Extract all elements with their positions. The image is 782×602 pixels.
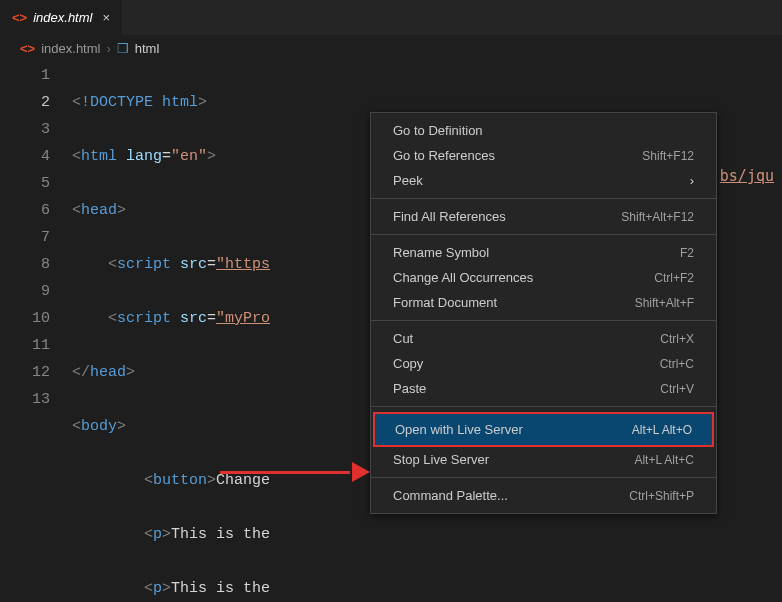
menu-stop-live-server[interactable]: Stop Live ServerAlt+L Alt+C: [371, 447, 716, 472]
menu-separator: [371, 198, 716, 199]
menu-go-to-references[interactable]: Go to ReferencesShift+F12: [371, 143, 716, 168]
menu-separator: [371, 234, 716, 235]
html-file-icon: <>: [20, 41, 35, 56]
menu-open-with-live-server[interactable]: Open with Live ServerAlt+L Alt+O: [373, 412, 714, 447]
tab-index-html[interactable]: <> index.html ×: [0, 0, 123, 35]
menu-peek[interactable]: Peek›: [371, 168, 716, 193]
menu-command-palette[interactable]: Command Palette...Ctrl+Shift+P: [371, 483, 716, 508]
menu-separator: [371, 406, 716, 407]
breadcrumb[interactable]: <> index.html › ❒ html: [0, 35, 782, 62]
chevron-right-icon: ›: [690, 173, 694, 188]
menu-separator: [371, 320, 716, 321]
annotation-arrow: [220, 462, 370, 482]
menu-copy[interactable]: CopyCtrl+C: [371, 351, 716, 376]
close-icon[interactable]: ×: [102, 10, 110, 25]
menu-separator: [371, 477, 716, 478]
html-file-icon: <>: [12, 10, 27, 25]
cube-icon: ❒: [117, 41, 129, 56]
menu-format-document[interactable]: Format DocumentShift+Alt+F: [371, 290, 716, 315]
tab-label: index.html: [33, 10, 92, 25]
url-fragment: bs/jqu: [720, 167, 774, 185]
breadcrumb-element: html: [135, 41, 160, 56]
chevron-right-icon: ›: [106, 41, 110, 56]
tab-bar: <> index.html ×: [0, 0, 782, 35]
menu-cut[interactable]: CutCtrl+X: [371, 326, 716, 351]
menu-change-all-occurrences[interactable]: Change All OccurrencesCtrl+F2: [371, 265, 716, 290]
menu-go-to-definition[interactable]: Go to Definition: [371, 118, 716, 143]
menu-paste[interactable]: PasteCtrl+V: [371, 376, 716, 401]
context-menu: Go to Definition Go to ReferencesShift+F…: [370, 112, 717, 514]
menu-rename-symbol[interactable]: Rename SymbolF2: [371, 240, 716, 265]
line-gutter: 1 2 3 4 5 6 7 8 9 10 11 12 13: [0, 62, 72, 602]
menu-find-all-references[interactable]: Find All ReferencesShift+Alt+F12: [371, 204, 716, 229]
breadcrumb-file: index.html: [41, 41, 100, 56]
